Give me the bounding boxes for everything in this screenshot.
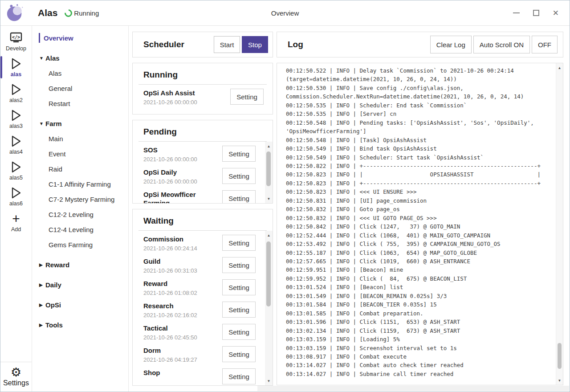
scroll-up-icon[interactable]: ▲	[265, 232, 273, 239]
play-icon	[10, 134, 22, 148]
rail-instance-item[interactable]: alas2	[0, 81, 32, 106]
settings-label: Settings	[3, 379, 29, 387]
menu-nav: Overview ▼ Alas Alas General Restart ▼ F…	[32, 26, 129, 392]
menu-item[interactable]: ▼ Alas	[32, 50, 128, 65]
task-setting-button[interactable]: Setting	[222, 279, 256, 295]
menu-item[interactable]: ▶ Daily	[32, 277, 128, 292]
pending-panel: Pending SOS 2021-10-26 00:00:00 Setting …	[132, 120, 273, 204]
task-setting-button[interactable]: Setting	[222, 324, 256, 340]
menu-item[interactable]: ▼ Farm	[32, 116, 128, 131]
waiting-panel-title: Waiting	[138, 209, 267, 231]
scroll-down-icon[interactable]: ▼	[265, 195, 273, 202]
scrollbar-thumb[interactable]	[266, 241, 271, 306]
menu-item[interactable]: Main	[32, 131, 128, 146]
task-name: Reward	[143, 279, 222, 288]
task-row: Dorm 2021-10-26 04:19:27 Setting	[143, 343, 273, 366]
scroll-up-icon[interactable]: ▲	[556, 64, 563, 71]
menu-item[interactable]: C7-2 Mystery Farming	[32, 192, 128, 207]
tree-arrow-icon: ▶	[39, 282, 45, 287]
rail-instance-item[interactable]: alas6	[0, 184, 32, 209]
horizontal-scrollbar[interactable]	[257, 386, 569, 391]
log-title: Log	[288, 40, 303, 49]
task-row: Commission 2021-10-26 00:24:14 Setting	[143, 232, 273, 254]
menu-item[interactable]: C12-2 Leveling	[32, 207, 128, 222]
task-name: OpSi Daily	[143, 168, 222, 176]
task-setting-button[interactable]: Setting	[222, 368, 256, 384]
waiting-scrollbar[interactable]: ▲ ▼	[265, 231, 273, 385]
main-content: Scheduler Start Stop Running OpSi Ash As…	[129, 26, 570, 392]
scroll-up-icon[interactable]: ▲	[265, 143, 273, 150]
close-button[interactable]: ✕	[553, 9, 559, 17]
menu-item[interactable]: Event	[32, 146, 128, 161]
running-status-label: Running	[74, 9, 99, 17]
menu-item[interactable]: ▶ OpSi	[32, 297, 128, 312]
scrollbar-thumb[interactable]	[266, 151, 271, 186]
rail-instance-label: Develop	[6, 45, 26, 52]
rail-instance-item[interactable]: + Add	[0, 210, 32, 235]
task-name: Dorm	[143, 346, 222, 355]
rail-instance-item[interactable]: alas5	[0, 159, 32, 184]
auto-scroll-on-button[interactable]: Auto Scroll ON	[473, 36, 530, 53]
clear-log-button[interactable]: Clear Log	[430, 36, 472, 53]
rail-instance-item[interactable]: </> Develop	[0, 29, 32, 54]
menu-item[interactable]: Raid	[32, 161, 128, 176]
menu-item[interactable]: ▶ Tools	[32, 317, 128, 332]
menu-item[interactable]: Restart	[32, 96, 128, 111]
menu-item[interactable]: Overview	[32, 30, 128, 45]
menu-item-label: Reward	[45, 261, 69, 269]
settings-button[interactable]: ⚙ Settings	[0, 362, 32, 392]
menu-item[interactable]: Gems Farming	[32, 237, 128, 252]
start-button[interactable]: Start	[214, 36, 240, 53]
scrollbar-thumb[interactable]	[558, 343, 562, 369]
rail-instance-label: alas3	[9, 123, 23, 129]
menu-item-label: Overview	[44, 34, 73, 42]
task-row: SOS 2021-10-26 00:00:00 Setting	[143, 143, 273, 165]
log-scrollbar[interactable]: ▲ ▼	[556, 63, 563, 385]
task-setting-button[interactable]: Setting	[222, 257, 256, 273]
app-title: Alas	[38, 8, 57, 18]
task-row: Reward 2021-10-26 01:08:02 Setting	[143, 277, 273, 299]
maximize-button[interactable]	[533, 10, 539, 16]
scroll-down-icon[interactable]: ▼	[556, 377, 563, 384]
task-setting-button[interactable]: Setting	[222, 190, 256, 203]
scheduler-status: Running	[65, 9, 99, 17]
play-icon	[10, 57, 22, 71]
rail-instance-label: Add	[11, 226, 21, 233]
minimize-button[interactable]	[513, 12, 520, 13]
task-row: OpSi Daily 2021-10-26 00:00:00 Setting	[143, 165, 273, 188]
task-setting-button[interactable]: Setting	[222, 146, 256, 162]
menu-item-label: Alas	[45, 54, 60, 62]
menu-item-label: Event	[49, 150, 65, 158]
scheduler-title: Scheduler	[143, 40, 184, 49]
task-next-run-time: 2021-10-26 00:00:00	[143, 99, 222, 106]
menu-item[interactable]: Alas	[32, 65, 128, 81]
task-row: Guild 2021-10-26 00:31:03 Setting	[143, 254, 273, 277]
rail-instance-item[interactable]: alas	[0, 55, 32, 80]
stop-button[interactable]: Stop	[242, 36, 268, 53]
task-setting-button[interactable]: Setting	[222, 302, 256, 318]
menu-item-label: Alas	[49, 69, 61, 77]
task-setting-button[interactable]: Setting	[230, 89, 264, 105]
auto-scroll-off-button[interactable]: OFF	[532, 36, 558, 53]
task-name: Research	[143, 302, 222, 310]
menu-item[interactable]: General	[32, 81, 128, 96]
rail-instance-item[interactable]: alas3	[0, 107, 32, 132]
play-icon	[10, 186, 22, 200]
pending-scrollbar[interactable]: ▲ ▼	[265, 142, 273, 203]
waiting-panel: Waiting Commission 2021-10-26 00:24:14 S…	[132, 209, 273, 386]
task-name: OpSi Meowfficer Farming	[143, 190, 222, 203]
task-setting-button[interactable]: Setting	[222, 346, 256, 362]
scroll-down-icon[interactable]: ▼	[265, 377, 273, 384]
log-output[interactable]: 00:12:50.522 | INFO | Delay task `Commis…	[277, 63, 563, 385]
menu-item[interactable]: C12-4 Leveling	[32, 222, 128, 237]
running-panel: Running OpSi Ash Assist 2021-10-26 00:00…	[132, 63, 273, 114]
rail-instance-item[interactable]: alas4	[0, 133, 32, 158]
menu-item[interactable]: ▶ Reward	[32, 257, 128, 272]
gear-icon: ⚙	[11, 366, 21, 379]
rail-instance-label: alas4	[9, 149, 23, 155]
task-name: Shop	[143, 368, 222, 377]
menu-item-label: Main	[49, 135, 63, 143]
menu-item[interactable]: C1-1 Affinity Farming	[32, 176, 128, 192]
task-setting-button[interactable]: Setting	[222, 168, 256, 184]
task-setting-button[interactable]: Setting	[222, 235, 256, 251]
